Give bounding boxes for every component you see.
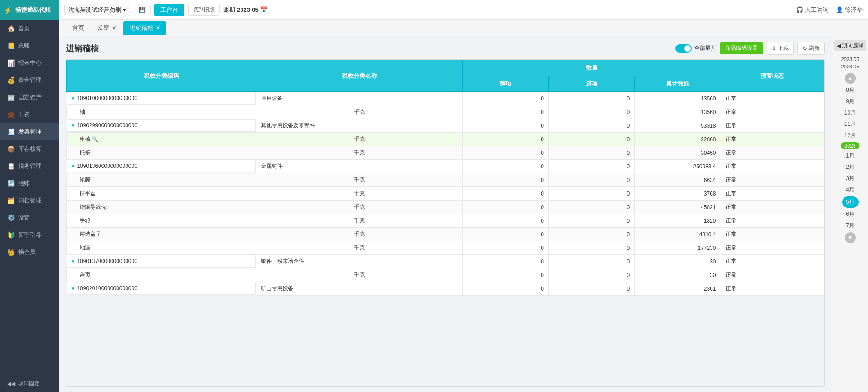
tab-home[interactable]: 首页 [66, 21, 90, 35]
month-item[interactable]: 8月 [832, 85, 868, 96]
purchase-cell: 0 [548, 282, 634, 296]
sidebar-unpin[interactable]: ◀◀ 取消固定 [0, 375, 59, 392]
year-marker[interactable]: 2023 [841, 142, 859, 149]
collapse-icon[interactable]: ▼ [71, 286, 75, 291]
table-row[interactable]: 地漏 千克 0 0 177230 正常 [67, 241, 824, 255]
sidebar-item-tax[interactable]: 📋 税务管理 [0, 158, 59, 175]
sidebar-item-inventory[interactable]: 📦 库存核算 [0, 140, 59, 158]
expand-toggle[interactable] [675, 44, 692, 53]
month-item[interactable]: 9月 [832, 96, 868, 107]
help-button[interactable]: 🎧 人工咨询 [796, 6, 829, 14]
sidebar-item-funds[interactable]: 💰 资金管理 [0, 72, 59, 89]
close-invoice-tab[interactable]: ✕ [112, 25, 116, 30]
collapse-icon[interactable]: ▼ [71, 259, 75, 264]
switch-version-button[interactable]: 切到旧版 [188, 4, 220, 16]
period-nav-up[interactable]: ▲ [845, 73, 856, 84]
table-row[interactable]: ▼ 10901360000000000000 金属铸件 0 0 250083.4… [67, 160, 824, 173]
tab-reconciliation[interactable]: 进销稽核 ✕ [123, 21, 166, 35]
download-icon: ⬇ [772, 45, 776, 52]
status-cell: 正常 [721, 187, 824, 201]
month-item[interactable]: 4月 [832, 184, 868, 196]
period-nav-down[interactable]: ▼ [845, 232, 856, 243]
th-total: 累计数额 [635, 76, 721, 92]
period-year-1: 2023.05 [841, 56, 859, 63]
company-selector[interactable]: 沈海英测试经营勿删 ▾ [64, 4, 130, 16]
search-icon[interactable]: 🔍 [92, 136, 98, 142]
close-reconciliation-tab[interactable]: ✕ [156, 25, 160, 30]
period-label: 账期 [223, 6, 235, 14]
table-row[interactable]: ▼ 10902990000000000000 其他专用设备及零部件 0 0 53… [67, 119, 824, 133]
table-row[interactable]: 绝缘导线壳 千克 0 0 45821 正常 [67, 201, 824, 214]
table-row[interactable]: 铸造盖子 千克 0 0 14810.4 正常 [67, 228, 824, 241]
table-row[interactable]: ▼ 10902010000000000000 矿山专用设备 0 0 2361 正… [67, 282, 824, 296]
purchase-cell: 0 [548, 228, 634, 241]
invoice-icon: 🧾 [7, 128, 14, 135]
sidebar-item-invoice[interactable]: 🧾 发票管理 [0, 123, 59, 140]
sidebar-item-label: 首页 [18, 24, 30, 33]
table-row[interactable]: 抹平盘 千克 0 0 3768 正常 [67, 187, 824, 201]
item-name-cell: 抹平盘 [67, 187, 256, 201]
collapse-icon: ◀ [837, 43, 841, 49]
purchase-cell: 0 [548, 268, 634, 282]
settings-icon: ⚙️ [7, 214, 14, 221]
sidebar-item-settings[interactable]: ⚙️ 设置 [0, 209, 59, 226]
table-row[interactable]: ▼ 10901370000000000000 锻件、粉末冶金件 0 0 30 正… [67, 255, 824, 268]
user-menu[interactable]: 👤 徐泽华 [836, 6, 863, 14]
month-item[interactable]: 5月 [842, 196, 859, 208]
settlement-icon: 🔄 [7, 180, 14, 187]
workspace-button[interactable]: 工作台 [154, 4, 184, 16]
save-button[interactable]: 💾 [134, 5, 151, 15]
sidebar-item-settlement[interactable]: 🔄 结账 [0, 175, 59, 192]
total-cell: 30 [635, 268, 721, 282]
chevron-down-icon: ▾ [123, 6, 126, 13]
table-row[interactable]: 托板 千克 0 0 30450 正常 [67, 146, 824, 160]
month-item[interactable]: 12月 [832, 130, 868, 141]
unit-cell: 千克 [256, 228, 462, 241]
period-select-title[interactable]: ◀ 期间选择 [834, 40, 866, 51]
month-item[interactable]: 10月 [832, 107, 868, 119]
collapse-icon[interactable]: ▼ [71, 123, 75, 128]
total-cell: 6634 [635, 173, 721, 187]
table-row[interactable]: 轮毂 千克 0 0 6634 正常 [67, 173, 824, 187]
collapse-icon[interactable]: ▼ [71, 164, 75, 169]
table-row[interactable]: 座椅 🔍 千克 0 0 22868 正常 [67, 133, 824, 146]
table-row[interactable]: 手轮 千克 0 0 1820 正常 [67, 214, 824, 228]
sidebar-item-reports[interactable]: 📊 报表中心 [0, 54, 59, 72]
sidebar-item-general-ledger[interactable]: 📒 总账 [0, 37, 59, 54]
item-name-cell: 轴 [67, 105, 256, 119]
table-row[interactable]: 合页 千克 0 0 30 正常 [67, 268, 824, 282]
month-item[interactable]: 6月 [832, 209, 868, 220]
unit-cell: 千克 [256, 173, 462, 187]
month-item[interactable]: 1月 [832, 150, 868, 162]
month-item[interactable]: 7月 [832, 220, 868, 231]
sidebar-logo: ⚡ 畅捷通易代账 [0, 0, 59, 20]
refresh-label: 刷新 [809, 44, 820, 52]
tab-invoice-label: 发票 [98, 24, 109, 32]
logo-icon: ⚡ [4, 6, 13, 14]
product-code-button[interactable]: 商品编码设置 [720, 42, 763, 54]
category-name-cell: 矿山专用设备 [256, 282, 462, 296]
sidebar-item-fixed-assets[interactable]: 🏢 固定资产 [0, 89, 59, 106]
page-title: 进销稽核 [66, 43, 99, 54]
refresh-button[interactable]: ↻ 刷新 [797, 42, 825, 55]
month-item[interactable]: 11月 [832, 119, 868, 130]
table-row[interactable]: ▼ 10901000000000000000 通用设备 0 0 13560 正常 [67, 92, 824, 105]
tab-invoice[interactable]: 发票 ✕ [91, 21, 123, 35]
category-code-cell: ▼ 10901000000000000000 [67, 92, 256, 105]
download-button[interactable]: ⬇ 下载 [767, 42, 794, 55]
status-cell: 正常 [721, 160, 824, 173]
collapse-icon[interactable]: ▼ [71, 96, 75, 101]
sidebar-item-archive[interactable]: 🗂️ 归档管理 [0, 192, 59, 209]
month-item[interactable]: 2月 [832, 162, 868, 173]
sidebar-item-member[interactable]: 👑 畅会员 [0, 244, 59, 261]
table-row[interactable]: 轴 千克 0 0 13560 正常 [67, 105, 824, 119]
sidebar-item-wages[interactable]: 💼 工资 [0, 106, 59, 123]
sidebar-item-home[interactable]: 🏠 首页 [0, 20, 59, 37]
calendar-icon[interactable]: 📅 [260, 6, 268, 13]
sidebar-item-guide[interactable]: 🔰 新手引导 [0, 226, 59, 244]
sales-cell: 0 [462, 255, 548, 268]
code-value: 10902010000000000000 [77, 285, 137, 292]
inventory-icon: 📦 [7, 145, 14, 153]
category-code-cell: ▼ 10901370000000000000 [67, 255, 256, 268]
month-item[interactable]: 3月 [832, 173, 868, 184]
